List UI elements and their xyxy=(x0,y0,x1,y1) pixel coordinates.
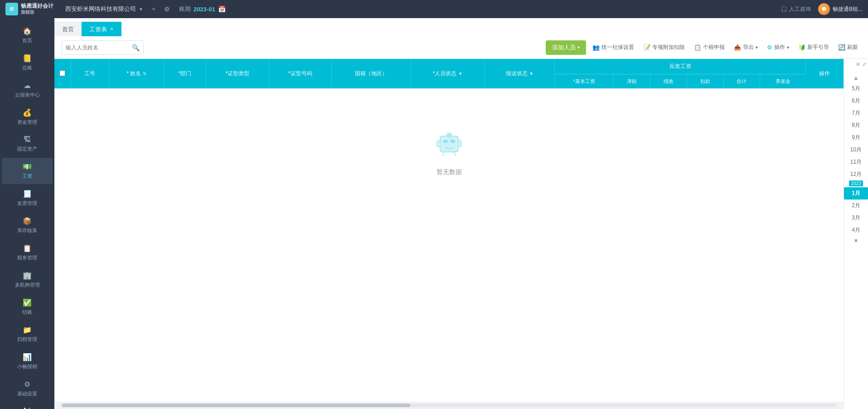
month-4[interactable]: 4月 xyxy=(844,224,868,236)
deduction-action[interactable]: 📝 专项附加扣除 xyxy=(640,44,688,51)
export-action[interactable]: 📤 导出 ▾ xyxy=(731,44,761,51)
sidebar-item-close[interactable]: ✅ 结账 xyxy=(2,294,53,320)
tab-home-label: 首页 xyxy=(62,25,74,34)
refresh-action[interactable]: 🔄 刷新 xyxy=(835,44,861,51)
user-name: 畅捷通B组... xyxy=(833,5,863,13)
top-header: 好 畅應通好会计 旗舰版 西安虾米网络科技有限公司 ▼ ＋ ⚙ 账期 2023-… xyxy=(0,0,868,18)
sidebar-item-assets[interactable]: 🏗 固定资产 xyxy=(2,131,53,157)
th-payroll-group: 应发工资 xyxy=(555,59,806,74)
logo-text: 畅應通好会计 xyxy=(21,3,53,9)
add-icon[interactable]: ＋ xyxy=(149,4,159,14)
sidebar-label-basic: 基础设置 xyxy=(17,390,37,397)
svg-rect-1 xyxy=(443,140,448,143)
calendar-icon[interactable]: 📅 xyxy=(218,5,226,13)
month-3[interactable]: 3月 xyxy=(844,212,868,224)
right-header: 🎧 人工咨询 畅 畅捷通B组... xyxy=(781,3,863,15)
sidebar-item-archive[interactable]: 📁 归档管理 xyxy=(2,321,53,347)
month-1[interactable]: 1月 xyxy=(844,187,868,200)
search-input[interactable] xyxy=(66,44,129,51)
sidebar-item-invoice[interactable]: 🧾 发票管理 xyxy=(2,185,53,211)
sidebar-item-inventory[interactable]: 📦 库存核算 xyxy=(2,212,53,239)
month-2[interactable]: 2月 xyxy=(844,200,868,212)
tab-home[interactable]: 首页 xyxy=(54,22,82,36)
tab-close-icon[interactable]: ✕ xyxy=(110,26,114,32)
refresh-icon: 🔄 xyxy=(838,44,845,51)
add-person-arrow-icon: ▾ xyxy=(577,45,580,50)
th-checkbox[interactable] xyxy=(54,59,71,88)
month-10[interactable]: 10月 xyxy=(844,144,868,156)
company-selector[interactable]: 西安虾米网络科技有限公司 ▼ xyxy=(65,5,143,13)
report-status-filter-icon[interactable]: ▼ xyxy=(529,71,533,76)
month-5[interactable]: 5月 xyxy=(844,83,868,95)
social-security-action[interactable]: 👥 统一社保设置 xyxy=(590,44,637,51)
table-container[interactable]: 工号 * 姓名 ⇅ *部门 *证型类型 xyxy=(54,59,844,402)
sidebar-item-tax[interactable]: 📋 税务管理 xyxy=(2,239,53,266)
add-person-button[interactable]: 添加人员 ▾ xyxy=(546,40,586,55)
svg-rect-2 xyxy=(451,140,455,143)
sidebar-label-archive: 归档管理 xyxy=(17,336,37,343)
name-sort-icon[interactable]: ⇅ xyxy=(143,71,146,76)
sidebar-label-invoice: 发票管理 xyxy=(17,200,37,207)
user-info[interactable]: 畅 畅捷通B组... xyxy=(818,3,863,15)
sidebar-item-cloud[interactable]: ☁ 云报表中心 xyxy=(2,77,53,103)
month-7[interactable]: 7月 xyxy=(844,107,868,119)
th-report-status: 报送状态 ▼ xyxy=(485,59,554,88)
tax-report-action[interactable]: 📋 个税申报 xyxy=(691,44,727,51)
sidebar-item-multi-org[interactable]: 🏢 多机构管理 xyxy=(2,267,53,293)
th-base-salary: *基本工资 xyxy=(555,74,614,89)
sidebar-label-fund: 资金管理 xyxy=(17,119,37,126)
operation-label: 操作 xyxy=(774,44,785,51)
month-11[interactable]: 11月 xyxy=(844,156,868,168)
scrollbar-area xyxy=(54,402,844,409)
sidebar-item-guide[interactable]: 🔰 新手引导 xyxy=(2,403,53,409)
search-icon[interactable]: 🔍 xyxy=(132,44,140,51)
sidebar-item-salary[interactable]: 💵 工资 xyxy=(2,158,53,184)
guide-icon: 🔰 xyxy=(23,407,32,409)
logo-sub: 旗舰版 xyxy=(21,9,53,15)
date-scroll-up[interactable]: ▲ xyxy=(844,73,868,83)
scroll-track[interactable] xyxy=(62,404,836,407)
month-12[interactable]: 12月 xyxy=(844,168,868,180)
tab-salary[interactable]: 工资表 ✕ xyxy=(82,22,121,36)
svg-line-8 xyxy=(454,152,456,156)
select-all-checkbox[interactable] xyxy=(59,70,65,76)
close-panel-icon[interactable]: ✕ xyxy=(855,61,861,68)
expand-panel-icon[interactable]: ⤢ xyxy=(862,61,867,68)
sidebar-item-expense[interactable]: 📊 小畅报销 xyxy=(2,348,53,375)
ledger-icon: 📒 xyxy=(23,54,32,63)
sidebar-label-salary: 工资 xyxy=(22,173,32,180)
guide-action[interactable]: 🔰 新手引导 xyxy=(795,44,832,51)
scroll-thumb[interactable] xyxy=(62,404,410,407)
empty-state: 暂无数据 xyxy=(54,88,844,213)
sidebar-item-ledger[interactable]: 📒 总账 xyxy=(2,49,53,76)
empty-icon-box xyxy=(431,125,467,161)
inventory-icon: 📦 xyxy=(23,217,32,225)
guide-toolbar-icon: 🔰 xyxy=(798,44,805,51)
svg-rect-5 xyxy=(437,141,441,147)
month-9[interactable]: 9月 xyxy=(844,131,868,144)
add-person-label: 添加人员 xyxy=(552,44,576,52)
date-scroll-down[interactable]: ▼ xyxy=(844,236,868,245)
table-and-right: 工号 * 姓名 ⇅ *部门 *证型类型 xyxy=(54,59,868,409)
logo-area: 好 畅應通好会计 旗舰版 xyxy=(5,3,60,15)
header-actions: ＋ ⚙ xyxy=(149,4,172,14)
month-6[interactable]: 6月 xyxy=(844,95,868,107)
close-period-icon: ✅ xyxy=(23,298,32,307)
period-info: 账期 2023-01 📅 xyxy=(179,5,226,13)
table-body: 暂无数据 xyxy=(54,88,844,213)
social-security-label: 统一社保设置 xyxy=(601,44,634,51)
sidebar-item-fund[interactable]: 💰 资金管理 xyxy=(2,104,53,130)
human-service-btn[interactable]: 🎧 人工咨询 xyxy=(781,5,811,13)
month-8[interactable]: 8月 xyxy=(844,119,868,131)
settings-icon[interactable]: ⚙ xyxy=(162,5,172,14)
multi-org-icon: 🏢 xyxy=(23,271,32,280)
sidebar-item-home[interactable]: 🏠 首页 xyxy=(2,22,53,49)
basic-icon: ⚙ xyxy=(24,380,30,389)
operation-action[interactable]: ⚙ 操作 ▾ xyxy=(764,44,792,51)
th-performance: 绩效 xyxy=(650,74,687,89)
company-dropdown-icon: ▼ xyxy=(139,7,143,12)
person-status-filter-icon[interactable]: ▼ xyxy=(458,71,463,76)
sidebar-item-basic[interactable]: ⚙ 基础设置 xyxy=(2,375,53,402)
sidebar-label-ledger: 总账 xyxy=(22,64,32,71)
year-badge: 2023 xyxy=(849,180,863,186)
